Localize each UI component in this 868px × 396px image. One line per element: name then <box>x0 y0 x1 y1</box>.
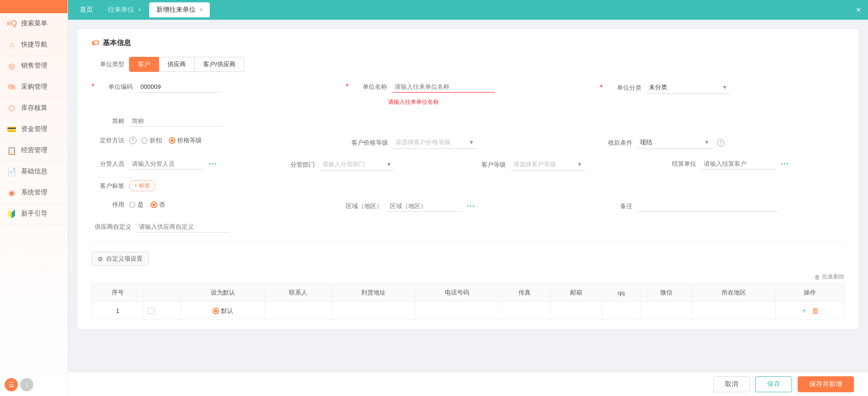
batch-delete-btn[interactable]: 🗑 批量删除 <box>91 273 845 281</box>
system-icon: ◉ <box>7 188 16 197</box>
remark-input[interactable] <box>637 201 778 212</box>
remark-label: 备注 <box>600 202 632 210</box>
sidebar-item-operations[interactable]: 📋 经营管理 <box>0 140 68 161</box>
pricing-radio-discount[interactable]: 折扣 <box>141 136 162 145</box>
tag-add-button[interactable]: + 标签 <box>129 180 155 191</box>
sidebar-item-sales[interactable]: ◎ 销售管理 <box>0 55 68 77</box>
tab-new-partner[interactable]: 新增往来单位 × <box>149 2 210 17</box>
pricing-help-icon[interactable]: ? <box>129 137 137 144</box>
form-card: 🏷 基本信息 单位类型 客户 供应商 客户/供应商 * 单位编码 <box>77 29 859 329</box>
unit-category-select[interactable]: 未分类 ▼ <box>646 81 731 94</box>
sidebar-item-finance[interactable]: 💳 资金管理 <box>0 119 68 140</box>
unit-category-group: * 单位分类 未分类 ▼ <box>600 81 845 94</box>
save-new-button[interactable]: 保存并新增 <box>798 376 854 392</box>
manager-group: 分管人员 ··· <box>91 158 273 170</box>
contact-table: 序号 设为默认 联系人 到货地址 电话号码 传真 邮箱 qq 微信 所在地区 操… <box>91 283 845 320</box>
row-no: 1 <box>92 302 144 320</box>
unit-code-input[interactable] <box>137 81 222 93</box>
disable-label: 停用 <box>91 201 124 209</box>
save-button[interactable]: 保存 <box>755 376 792 392</box>
row-qq <box>602 302 640 320</box>
unit-type-row: 单位类型 客户 供应商 客户/供应商 <box>91 57 845 72</box>
region-input[interactable] <box>387 201 462 212</box>
basic-info-icon: 📄 <box>7 167 16 176</box>
region-label: 区域（地区） <box>346 202 382 210</box>
unit-name-input[interactable] <box>392 81 495 93</box>
sidebar-item-quick-nav[interactable]: ⌂ 快捷导航 <box>0 34 68 55</box>
disable-yes-radio[interactable]: 是 <box>129 201 144 209</box>
tab-new-partner-close[interactable]: × <box>199 7 203 13</box>
sidebar-bottom-btn1[interactable]: ☰ <box>5 378 18 391</box>
unit-code-group: * 单位编码 <box>91 81 336 93</box>
sidebar-item-guide[interactable]: 🔰 新手引导 <box>0 203 68 225</box>
row-default-dot <box>214 310 217 312</box>
col-address: 到货地址 <box>332 284 415 302</box>
sidebar-item-label-search: 搜索菜单 <box>21 19 47 28</box>
batch-delete-icon: 🗑 <box>815 274 820 280</box>
disable-yes-circle <box>129 202 136 208</box>
department-select[interactable]: 请输入分管部门 ▼ <box>320 158 395 171</box>
customer-level-group: 客户等级 请选择客户等级 ▼ <box>473 158 654 171</box>
customer-level-select[interactable]: 请选择客户等级 ▼ <box>510 158 586 171</box>
row-default-label: 默认 <box>221 307 233 315</box>
purchase-icon: 🛍 <box>7 82 16 92</box>
custom-settings-button[interactable]: ⚙ 自定义项设置 <box>91 252 149 266</box>
col-email: 邮箱 <box>550 284 602 302</box>
row-checkbox[interactable] <box>148 308 154 314</box>
col-qq: qq <box>602 284 640 302</box>
payment-terms-group: 收款条件 现结 ▼ ? <box>600 136 845 149</box>
tab-partner-list-close[interactable]: × <box>138 7 141 13</box>
main-content: 首页 往来单位 × 新增往来单位 × × 🏷 基本信息 单位类型 <box>68 0 868 396</box>
sidebar-item-basic-info[interactable]: 📄 基础信息 <box>0 161 68 182</box>
form-divider <box>91 242 845 242</box>
customer-level-placeholder: 请选择客户等级 <box>513 160 556 169</box>
row-address <box>332 302 415 320</box>
tab-bar: 首页 往来单位 × 新增往来单位 × × <box>68 0 868 20</box>
type-btn-both[interactable]: 客户/供应商 <box>195 57 244 72</box>
sidebar-item-label-sales: 销售管理 <box>21 62 47 70</box>
manager-input[interactable] <box>129 158 204 170</box>
payment-terms-select[interactable]: 现结 ▼ <box>637 136 712 149</box>
customer-price-level-select[interactable]: 请选择客户价格等级 ▼ <box>393 136 477 149</box>
settlement-unit-input[interactable] <box>701 158 776 170</box>
pricing-radio-level[interactable]: 价格等级 <box>169 136 202 145</box>
sidebar-item-inventory[interactable]: ⬡ 库存核算 <box>0 98 68 119</box>
col-region: 所在地区 <box>692 284 776 302</box>
manager-more-btn[interactable]: ··· <box>209 159 217 169</box>
unit-name-label: 单位名称 <box>354 83 387 91</box>
payment-terms-help-icon[interactable]: ? <box>717 139 724 147</box>
sidebar-item-label-basic-info: 基础信息 <box>21 167 47 176</box>
unit-category-chevron: ▼ <box>722 84 728 91</box>
tab-partner-list[interactable]: 往来单位 × <box>101 2 148 17</box>
disable-row: 停用 是 否 区 <box>91 201 845 212</box>
region-more-btn[interactable]: ··· <box>467 202 475 211</box>
type-btn-supplier[interactable]: 供应商 <box>159 57 195 72</box>
customer-level-chevron: ▼ <box>577 161 583 168</box>
sidebar-bottom-btn2[interactable]: ↕ <box>20 378 33 391</box>
sidebar-item-label-finance: 资金管理 <box>21 125 47 133</box>
row-action-cell: ＋ 🗑 <box>776 302 845 320</box>
row-default-radio[interactable]: 默认 <box>185 307 260 315</box>
type-btn-customer[interactable]: 客户 <box>129 57 159 72</box>
table-row: 1 默认 <box>92 302 845 320</box>
manager-label: 分管人员 <box>91 160 124 168</box>
row-add-btn[interactable]: ＋ <box>800 306 808 316</box>
unit-info-row: * 单位编码 * 单位名称 请输入往来单位名称 * 单位分类 <box>91 81 845 106</box>
window-close-button[interactable]: × <box>856 5 861 15</box>
disable-no-dot <box>152 203 155 206</box>
settlement-more-btn[interactable]: ··· <box>781 159 789 169</box>
cancel-button[interactable]: 取消 <box>713 376 750 392</box>
disable-group: 停用 是 否 <box>91 201 336 209</box>
short-name-input[interactable] <box>129 116 223 127</box>
unit-category-value: 未分类 <box>649 83 667 92</box>
guide-icon: 🔰 <box>7 209 16 218</box>
tab-home[interactable]: 首页 <box>73 6 100 14</box>
sidebar-item-system[interactable]: ◉ 系统管理 <box>0 182 68 203</box>
settlement-unit-group: 结算单位 ··· <box>663 158 845 170</box>
row-delete-btn[interactable]: 🗑 <box>812 307 819 315</box>
supplier-custom-input[interactable] <box>136 221 230 233</box>
sidebar-item-search[interactable]: ≡Q 搜索菜单 <box>0 13 68 34</box>
sidebar-item-purchase[interactable]: 🛍 采购管理 <box>0 77 68 98</box>
disable-no-radio[interactable]: 否 <box>151 201 165 209</box>
pricing-row: 定价方法 ? 折扣 价格等级 <box>91 136 845 149</box>
